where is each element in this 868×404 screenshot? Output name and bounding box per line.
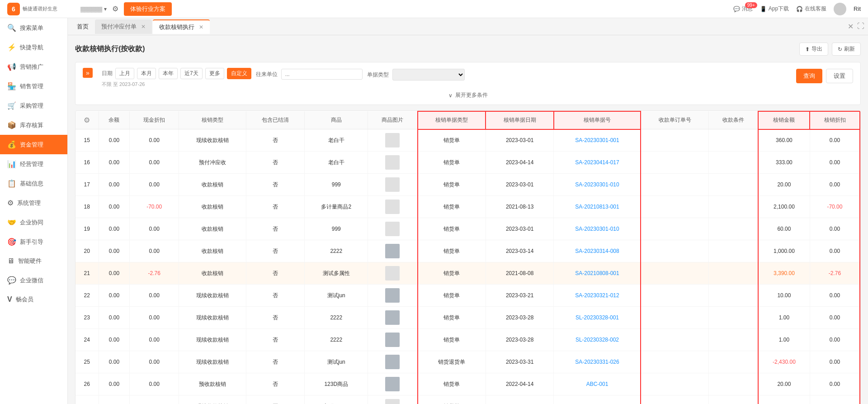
td-bill-no[interactable]: SA-20230301-001 [554,129,641,152]
td-verify-discount: 0.00 [810,240,860,262]
td-bill-no[interactable]: SL-20230328-002 [554,329,641,351]
sidebar-item-marketing[interactable]: 📢 营销推广 [0,57,67,76]
date-btn-this-year[interactable]: 本年 [159,68,178,79]
td-include-settled: 否 [246,262,305,285]
td-bill-no[interactable]: SL-20230408-001 [554,395,641,404]
gear-icon[interactable]: ⚙ [112,5,118,13]
sidebar-item-hardware[interactable]: 🖥 智能硬件 [0,252,67,271]
sidebar-item-sales[interactable]: 🏪 销售管理 [0,76,67,96]
date-btn-this-month[interactable]: 本月 [137,68,156,79]
td-verify-type: 收款核销 [179,262,246,285]
online-service-button[interactable]: 🎧 在线客服 [796,5,826,13]
td-bill-no[interactable]: SA-20230301-010 [554,218,641,240]
td-receipt-order-no [641,395,708,404]
sidebar-item-operations[interactable]: 📊 经营管理 [0,154,67,174]
industry-button[interactable]: 体验行业方案 [124,2,172,16]
app-download-button[interactable]: 📱 App下载 [760,5,789,13]
date-btn-more[interactable]: 更多 [205,68,224,79]
th-settings[interactable]: ⚙ [75,111,99,129]
sidebar-item-finance[interactable]: 💰 资金管理 [0,135,67,154]
td-include-settled: 否 [246,174,305,196]
td-verify-discount: 0.00 [810,129,860,152]
sidebar-item-basic-info[interactable]: 📋 基础信息 [0,174,67,193]
sidebar-item-guide[interactable]: 🎯 新手引导 [0,232,67,252]
td-bill-report-date: 2023-03-28 [486,307,554,329]
td-bill-report-type: 销货单 [418,262,486,285]
td-bill-no[interactable]: SA-20230301-010 [554,174,641,196]
avatar[interactable] [834,3,846,15]
td-product-img [368,152,418,174]
th-bill-no: 核销单据号 [554,111,641,129]
workspace-dropdown[interactable]: ▓▓▓▓▓▓ ▾ [80,6,107,12]
td-bill-no[interactable]: SA-20230331-026 [554,351,641,373]
td-receipt-order-no [641,285,708,307]
sidebar-item-wechat[interactable]: 💬 企业微信 [0,271,67,290]
sidebar-label-member: 畅会员 [16,295,33,304]
table-row: 16 0.00 0.00 预付冲应收 否 老白干 销货单 2023-04-14 … [75,152,860,174]
td-balance: 0.00 [99,196,130,218]
td-bill-report-type: 销货单 [418,373,486,395]
td-balance: 0.00 [99,373,130,395]
td-id: 16 [75,152,99,174]
td-bill-report-type: 销货单 [418,395,486,404]
date-btn-custom[interactable]: 自定义 [227,68,251,79]
td-include-settled: 否 [246,395,305,404]
td-id: 23 [75,307,99,329]
sidebar-item-member[interactable]: V 畅会员 [0,290,67,309]
table-row: 25 0.00 0.00 现续收款核销 否 测试jun 销货退货单 2023-0… [75,351,860,373]
td-bill-no[interactable]: SL-20230328-001 [554,307,641,329]
td-bill-report-type: 销货退货单 [418,351,486,373]
td-verify-type: 收款核销 [179,174,246,196]
message-button[interactable]: 💬 消息 99+ [733,5,753,13]
td-verify-discount: 0.00 [810,395,860,404]
sidebar-item-nav[interactable]: ⚡ 快捷导航 [0,38,67,57]
td-include-settled: 否 [246,285,305,307]
td-product-img [368,351,418,373]
table-row: 23 0.00 0.00 现续收款核销 否 2222 销货单 2023-03-2… [75,307,860,329]
date-btn-last-month[interactable]: 上月 [115,68,134,79]
expand-conditions-bar[interactable]: ∨ 展开更多条件 [83,91,853,99]
tab-home[interactable]: 首页 [71,23,94,31]
tab-prepay-close-icon[interactable]: ✕ [141,24,146,30]
td-cash-discount: 0.00 [130,152,179,174]
td-balance: 0.00 [99,285,130,307]
td-include-settled: 否 [246,373,305,395]
td-bill-no[interactable]: SA-20230314-008 [554,240,641,262]
date-btn-7days[interactable]: 近7天 [180,68,203,79]
td-bill-no[interactable]: SA-20210813-001 [554,196,641,218]
tab-verify-close-icon[interactable]: ✕ [199,24,203,30]
td-product: 老白干 [305,152,368,174]
query-button[interactable]: 查询 [796,69,822,83]
export-button[interactable]: ⬆ 导出 [799,43,828,56]
tab-prepay[interactable]: 预付冲应付单 ✕ [95,19,152,34]
td-bill-report-type: 销货单 [418,218,486,240]
sidebar-item-system[interactable]: ⚙ 系统管理 [0,193,67,213]
sidebar-item-inventory[interactable]: 📦 库存核算 [0,115,67,135]
bill-type-select[interactable] [392,69,465,81]
from-unit-input[interactable] [281,69,363,80]
td-balance: 0.00 [99,329,130,351]
window-close-icon[interactable]: ✕ [848,22,854,31]
td-verify-type: 收款核销 [179,240,246,262]
logo: 6 畅捷通谱好生意 [7,3,75,15]
setting-button[interactable]: 设置 [826,69,853,83]
sidebar-item-search[interactable]: 🔍 搜索菜单 [0,18,67,38]
td-verify-amount: 360.00 [758,129,810,152]
td-bill-no[interactable]: SA-20210808-001 [554,262,641,285]
message-icon: 💬 [733,6,740,12]
sidebar-item-purchase[interactable]: 🛒 采购管理 [0,96,67,115]
refresh-button[interactable]: ↻ 刷新 [832,43,861,56]
td-verify-type: 预付冲应收 [179,152,246,174]
nav-icon: ⚡ [7,43,16,52]
td-bill-no[interactable]: SA-20230321-012 [554,285,641,307]
sidebar-item-enterprise[interactable]: 🤝 企业协同 [0,213,67,232]
bill-type-label: 单据类型 [367,71,389,79]
td-bill-no[interactable]: ABC-001 [554,373,641,395]
message-badge: 99+ [745,2,757,8]
tab-verify[interactable]: 收款核销执行 ✕ [153,19,210,34]
td-bill-report-date: 2023-04-14 [486,152,554,174]
filter-collapse-button[interactable]: » [83,68,93,78]
window-maximize-icon[interactable]: ⛶ [857,22,864,31]
td-bill-no[interactable]: SA-20230414-017 [554,152,641,174]
sales-icon: 🏪 [7,82,16,90]
